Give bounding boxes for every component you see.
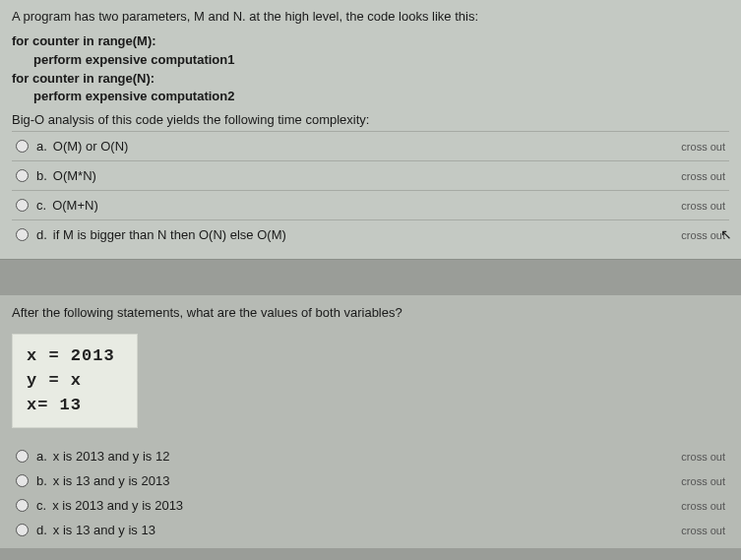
option-letter: c. <box>36 198 46 213</box>
q1-option-a[interactable]: a. O(M) or O(N) cross out <box>12 132 729 161</box>
cross-out-link[interactable]: cross out <box>671 170 725 182</box>
q2-option-d[interactable]: d. x is 13 and y is 13 cross out <box>12 518 729 542</box>
code-line: x = 2013 <box>27 344 115 369</box>
code-line: for counter in range(M): <box>12 32 729 51</box>
option-text: O(M*N) <box>53 168 672 183</box>
q1-code-block: for counter in range(M): perform expensi… <box>12 32 729 106</box>
q2-option-b[interactable]: b. x is 13 and y is 2013 cross out <box>12 468 729 493</box>
cross-out-link[interactable]: cross out <box>671 475 725 487</box>
q1-option-b[interactable]: b. O(M*N) cross out <box>12 161 729 191</box>
radio-input[interactable] <box>16 474 29 487</box>
option-text: x is 2013 and y is 2013 <box>52 498 671 513</box>
option-text: x is 2013 and y is 12 <box>53 449 672 464</box>
option-letter: b. <box>36 473 47 488</box>
cross-out-link[interactable]: cross out <box>671 200 725 212</box>
option-letter: a. <box>36 139 47 154</box>
option-letter: a. <box>36 449 47 464</box>
cross-out-link[interactable]: cross out <box>671 525 725 536</box>
q1-intro: A program has two parameters, M and N. a… <box>12 8 729 27</box>
question-1: A program has two parameters, M and N. a… <box>0 0 741 260</box>
radio-input[interactable] <box>16 524 29 536</box>
cross-out-link[interactable]: cross out <box>671 141 725 153</box>
option-letter: b. <box>36 168 47 183</box>
q1-options: a. O(M) or O(N) cross out b. O(M*N) cros… <box>12 131 729 249</box>
radio-input[interactable] <box>16 228 29 241</box>
q1-follow: Big-O analysis of this code yields the f… <box>12 112 729 127</box>
code-line: perform expensive computation1 <box>33 51 729 70</box>
cross-out-link[interactable]: cross out <box>671 229 725 241</box>
code-line: y = x <box>27 369 115 394</box>
option-text: x is 13 and y is 13 <box>53 523 672 537</box>
cross-out-link[interactable]: cross out <box>671 500 725 512</box>
option-letter: d. <box>36 227 47 242</box>
code-line: x= 13 <box>27 394 115 418</box>
q2-options: a. x is 2013 and y is 12 cross out b. x … <box>12 444 729 542</box>
code-line: for counter in range(N): <box>12 70 729 89</box>
option-text: O(M+N) <box>52 198 671 213</box>
question-2: After the following statements, what are… <box>0 295 741 548</box>
radio-input[interactable] <box>16 499 29 512</box>
option-letter: c. <box>36 498 46 513</box>
radio-input[interactable] <box>16 140 29 153</box>
question-gap <box>0 260 741 295</box>
q1-option-c[interactable]: c. O(M+N) cross out <box>12 191 729 220</box>
radio-input[interactable] <box>16 450 29 463</box>
option-letter: d. <box>36 523 47 537</box>
q2-option-c[interactable]: c. x is 2013 and y is 2013 cross out <box>12 493 729 518</box>
option-text: O(M) or O(N) <box>53 139 672 154</box>
radio-input[interactable] <box>16 169 29 182</box>
option-text: if M is bigger than N then O(N) else O(M… <box>53 227 672 242</box>
option-text: x is 13 and y is 2013 <box>53 473 672 488</box>
q2-prompt: After the following statements, what are… <box>12 305 729 320</box>
cross-out-link[interactable]: cross out <box>671 451 725 463</box>
q2-option-a[interactable]: a. x is 2013 and y is 12 cross out <box>12 444 729 468</box>
q2-code-box: x = 2013 y = x x= 13 <box>12 334 138 428</box>
radio-input[interactable] <box>16 199 29 212</box>
code-line: perform expensive computation2 <box>33 88 729 106</box>
q1-option-d[interactable]: d. if M is bigger than N then O(N) else … <box>12 220 729 249</box>
